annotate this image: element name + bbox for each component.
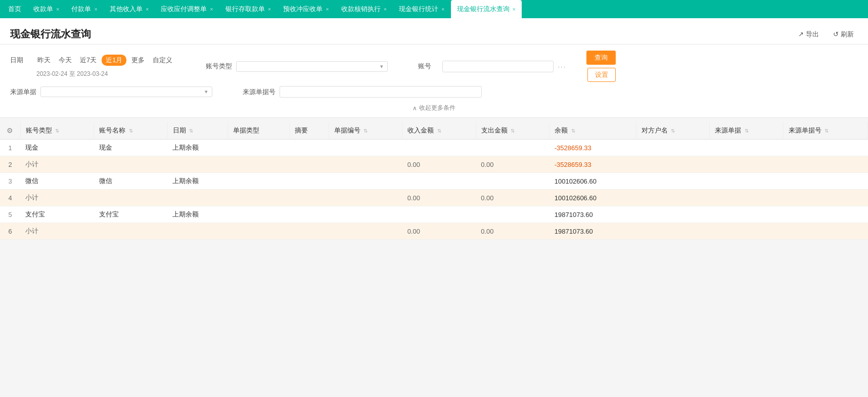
sort-icon: ⇅	[55, 128, 59, 134]
account-type-label: 账号类型	[206, 62, 232, 71]
nav-bank-deposit[interactable]: 银行存取款单 ×	[219, 0, 277, 18]
close-icon[interactable]: ×	[513, 0, 516, 18]
collapse-up-icon: ∧	[413, 105, 417, 112]
th-source-doc-no[interactable]: 来源单据号 ⇅	[783, 122, 867, 140]
date-opt-1month[interactable]: 近1月	[102, 55, 126, 66]
export-button[interactable]: ↗ 导出	[794, 28, 823, 41]
chevron-down-icon: ▾	[380, 63, 383, 70]
cell-counterpart	[636, 206, 710, 223]
row-number: 1	[0, 140, 20, 156]
th-doc-no[interactable]: 单据编号 ⇅	[329, 122, 402, 140]
close-icon[interactable]: ×	[94, 0, 97, 18]
nav-cash-bank-stats[interactable]: 现金银行统计 ×	[393, 0, 450, 18]
gear-icon[interactable]: ⚙	[7, 126, 13, 135]
close-icon[interactable]: ×	[56, 0, 59, 18]
cell-balance: 19871073.60	[550, 206, 636, 223]
close-icon[interactable]: ×	[441, 0, 444, 18]
row-number: 6	[0, 223, 20, 240]
collapse-bar[interactable]: ∧ 收起更多条件	[10, 102, 858, 113]
filter-row-1: 日期 昨天 今天 近7天 近1月 更多 自定义 2023-02-24 至 202…	[10, 51, 858, 82]
date-opt-more[interactable]: 更多	[128, 55, 148, 66]
cell-account-name	[94, 223, 168, 240]
cell-account-name: 支付宝	[94, 206, 168, 223]
cell-source-doc	[710, 140, 784, 156]
source-doc-select[interactable]: ▾	[40, 86, 212, 97]
cell-counterpart	[636, 156, 710, 173]
table-row: 1 现金 现金 上期余额 -3528659.33	[0, 140, 868, 156]
th-date[interactable]: 日期 ⇅	[167, 122, 228, 140]
nav-receipt[interactable]: 收款单 ×	[27, 0, 65, 18]
chevron-down-icon: ▾	[205, 89, 208, 95]
cell-balance: -3528659.33	[550, 140, 636, 156]
cell-expense: 0.00	[476, 223, 550, 240]
cell-account-name	[94, 190, 168, 206]
date-opt-custom[interactable]: 自定义	[150, 55, 175, 66]
cell-date	[167, 156, 228, 173]
cell-date	[167, 190, 228, 206]
th-income[interactable]: 收入金额 ⇅	[402, 122, 476, 140]
header-actions: ↗ 导出 ↺ 刷新	[794, 28, 858, 41]
account-type-select[interactable]: ▾	[236, 61, 388, 72]
cell-expense	[476, 206, 550, 223]
cell-account-name	[94, 156, 168, 173]
nav-ap-ar-adjust[interactable]: 应收应付调整单 ×	[155, 0, 219, 18]
cell-date: 上期余额	[167, 206, 228, 223]
th-account-type[interactable]: 账号类型 ⇅	[20, 122, 94, 140]
cell-source-doc	[710, 156, 784, 173]
cell-source-doc-no	[783, 140, 867, 156]
cell-doc-type	[228, 173, 289, 190]
sort-icon: ⇅	[745, 128, 749, 134]
nav-cash-bank-flow[interactable]: 现金银行流水查询 ×	[451, 0, 522, 18]
close-icon[interactable]: ×	[326, 0, 329, 18]
th-account-name[interactable]: 账号名称 ⇅	[94, 122, 168, 140]
th-gear[interactable]: ⚙	[0, 122, 20, 140]
th-expense[interactable]: 支出金额 ⇅	[476, 122, 550, 140]
close-icon[interactable]: ×	[210, 0, 213, 18]
filter-area: 日期 昨天 今天 近7天 近1月 更多 自定义 2023-02-24 至 202…	[0, 45, 868, 118]
th-counterpart[interactable]: 对方户名 ⇅	[636, 122, 710, 140]
source-doc-no-input[interactable]	[280, 86, 482, 98]
th-summary[interactable]: 摘要	[289, 122, 329, 140]
th-source-doc[interactable]: 来源单据 ⇅	[710, 122, 784, 140]
nav-collection-exec[interactable]: 收款核销执行 ×	[335, 0, 393, 18]
settings-button[interactable]: 设置	[587, 68, 616, 82]
th-balance[interactable]: 余额 ⇅	[550, 122, 636, 140]
account-label: 账号	[418, 62, 438, 71]
cell-doc-no	[329, 156, 402, 173]
cell-doc-type	[228, 223, 289, 240]
refresh-button[interactable]: ↺ 刷新	[829, 28, 858, 41]
cell-source-doc-no	[783, 206, 867, 223]
cell-balance: 100102606.60	[550, 190, 636, 206]
cell-balance: 19871073.60	[550, 223, 636, 240]
cell-source-doc-no	[783, 223, 867, 240]
account-input[interactable]	[442, 61, 554, 72]
close-icon[interactable]: ×	[268, 0, 271, 18]
cell-source-doc-no	[783, 156, 867, 173]
cell-income	[402, 140, 476, 156]
sort-icon: ⇅	[363, 128, 368, 134]
more-dots-icon[interactable]: ···	[558, 63, 566, 70]
sort-icon: ⇅	[825, 128, 829, 134]
nav-payment[interactable]: 付款单 ×	[65, 0, 103, 18]
cell-account-name: 现金	[94, 140, 168, 156]
close-icon[interactable]: ×	[384, 0, 387, 18]
date-opt-7days[interactable]: 近7天	[77, 55, 100, 66]
cell-account-type: 现金	[20, 140, 94, 156]
table-body: 1 现金 现金 上期余额 -3528659.33 2 小计 0.00 0.00 …	[0, 140, 868, 240]
nav-advance-offset[interactable]: 预收冲应收单 ×	[277, 0, 335, 18]
cell-expense: 0.00	[476, 190, 550, 206]
cell-doc-no	[329, 223, 402, 240]
row-number: 2	[0, 156, 20, 173]
close-icon[interactable]: ×	[146, 0, 149, 18]
cell-summary	[289, 173, 329, 190]
date-opt-today[interactable]: 今天	[56, 55, 75, 66]
cell-source-doc	[710, 206, 784, 223]
date-opt-yesterday[interactable]: 昨天	[34, 55, 54, 66]
nav-home[interactable]: 首页	[2, 0, 27, 18]
th-doc-type[interactable]: 单据类型	[228, 122, 289, 140]
cell-expense: 0.00	[476, 156, 550, 173]
query-button[interactable]: 查询	[586, 51, 616, 65]
nav-other-income[interactable]: 其他收入单 ×	[104, 0, 155, 18]
cell-summary	[289, 223, 329, 240]
sort-icon: ⇅	[189, 128, 193, 134]
